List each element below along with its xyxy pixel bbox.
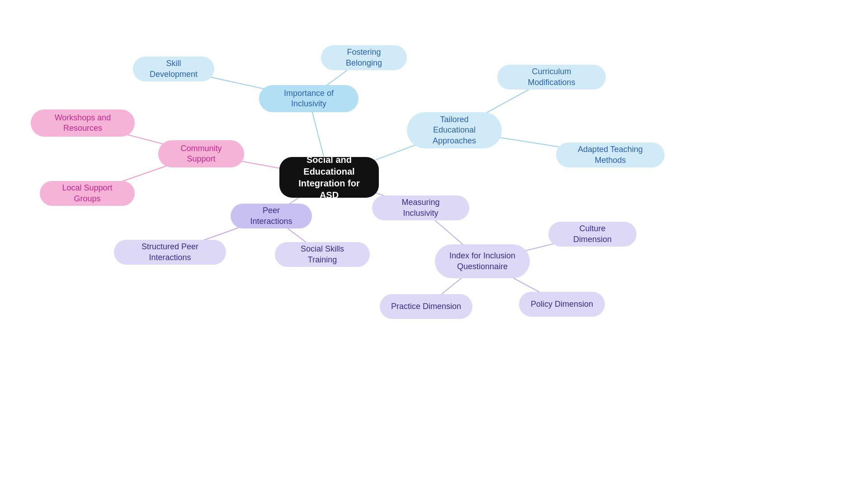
skill-development-node: Skill Development (133, 57, 214, 81)
peer-interactions-node: Peer Interactions (231, 204, 312, 228)
culture-dimension-node: Culture Dimension (548, 222, 637, 247)
workshops-resources-node: Workshops and Resources (31, 109, 135, 137)
practice-dimension-node: Practice Dimension (380, 294, 472, 319)
local-support-groups-node: Local Support Groups (40, 181, 135, 206)
measuring-inclusivity-node: Measuring Inclusivity (372, 195, 469, 220)
policy-dimension-node: Policy Dimension (519, 292, 605, 317)
curriculum-modifications-node: Curriculum Modifications (497, 65, 606, 90)
index-inclusion-node: Index for Inclusion Questionnaire (435, 244, 530, 278)
importance-inclusivity-node: Importance of Inclusivity (259, 85, 359, 112)
structured-peer-node: Structured Peer Interactions (114, 240, 226, 265)
center-node: Social and Educational Integration for A… (279, 157, 379, 198)
tailored-educational-node: Tailored Educational Approaches (407, 112, 502, 148)
adapted-teaching-node: Adapted Teaching Methods (556, 143, 665, 167)
fostering-belonging-node: Fostering Belonging (321, 45, 407, 70)
social-skills-node: Social Skills Training (275, 242, 370, 267)
community-support-node: Community Support (158, 140, 244, 167)
